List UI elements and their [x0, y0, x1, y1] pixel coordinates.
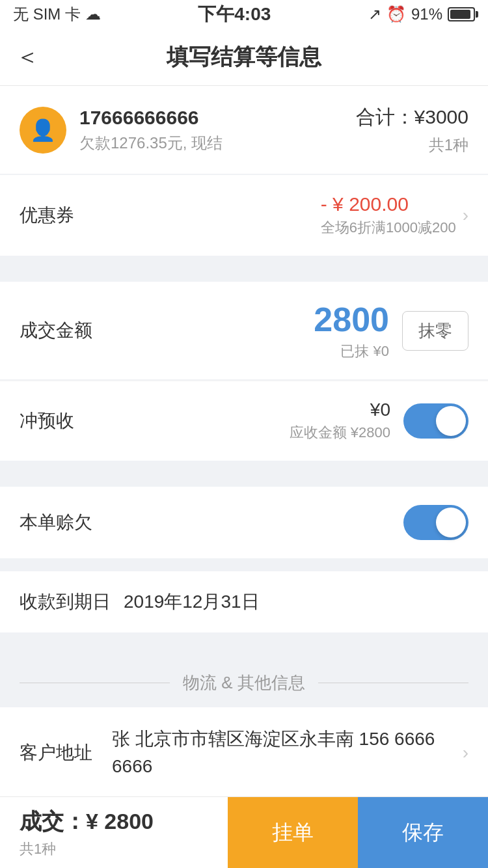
- back-button[interactable]: ＜: [16, 41, 39, 73]
- due-date-label: 收款到期日: [20, 590, 111, 614]
- divider-line-left: [20, 683, 170, 683]
- avatar: 👤: [20, 107, 66, 154]
- logistics-label: 物流 & 其他信息: [183, 671, 305, 694]
- total-amount: 合计：¥3000: [356, 104, 468, 131]
- divider-gray-3: [0, 645, 488, 658]
- divider-gray-1: [0, 269, 488, 282]
- deal-amount: ¥ 2800: [86, 809, 154, 834]
- precollect-toggle[interactable]: [403, 403, 468, 439]
- debt-section: 本单赊欠: [0, 487, 488, 558]
- transaction-amount-section: 成交金额 2800 已抹 ¥0 抹零: [0, 282, 488, 379]
- status-left: 无 SIM 卡 ☁: [13, 4, 101, 25]
- address-right: 张 北京市市辖区海淀区永丰南 156 6666 6666 ›: [112, 726, 468, 780]
- due-row: 收款到期日 2019年12月31日: [20, 590, 468, 614]
- nav-bar: ＜ 填写结算等信息: [0, 29, 488, 86]
- avatar-icon: 👤: [30, 118, 56, 142]
- bottom-bar: 成交：¥ 2800 共1种 挂单 保存: [0, 796, 488, 868]
- bottom-buttons: 挂单 保存: [228, 797, 488, 868]
- address-chevron-icon: ›: [463, 742, 468, 763]
- transaction-value: 2800: [314, 300, 389, 339]
- debt-toggle[interactable]: [403, 505, 468, 540]
- coupon-desc: 全场6折满1000减200: [321, 218, 456, 237]
- coupon-row[interactable]: 优惠券 - ¥ 200.00 全场6折满1000减200 ›: [0, 175, 488, 256]
- coupon-right: - ¥ 200.00 全场6折满1000减200 ›: [321, 193, 468, 237]
- total-count: 共1种: [356, 135, 468, 156]
- bottom-count: 共1种: [20, 839, 208, 859]
- user-info-card: 👤 17666666666 欠款1276.35元, 现结 合计：¥3000 共1…: [0, 86, 488, 174]
- precollect-label: 冲预收: [20, 409, 74, 433]
- toggle-thumb-2: [436, 508, 466, 537]
- main-content: 👤 17666666666 欠款1276.35元, 现结 合计：¥3000 共1…: [0, 86, 488, 868]
- status-right: ↗ ⏰ 91%: [368, 5, 475, 23]
- precollect-right: ¥0 应收金额 ¥2800: [290, 400, 468, 442]
- precollect-value: ¥0: [290, 400, 390, 420]
- bottom-summary: 成交：¥ 2800 共1种: [0, 807, 228, 859]
- user-left: 👤 17666666666 欠款1276.35元, 现结: [20, 107, 223, 154]
- address-label: 客户地址: [20, 740, 92, 765]
- status-time: 下午4:03: [198, 2, 271, 27]
- logistics-divider: 物流 & 其他信息: [0, 658, 488, 707]
- coupon-amount: - ¥ 200.00: [321, 193, 456, 215]
- debt-label: 本单赊欠: [20, 510, 92, 535]
- precollect-amount-col: ¥0 应收金额 ¥2800: [290, 400, 390, 442]
- battery-percent: 91%: [411, 5, 442, 23]
- coupon-label: 优惠券: [20, 203, 74, 228]
- toggle-thumb-1: [436, 406, 466, 436]
- round-button[interactable]: 抹零: [402, 311, 468, 351]
- user-phone: 17666666666: [79, 107, 223, 129]
- deal-label: 成交：: [20, 809, 86, 834]
- due-date-value: 2019年12月31日: [124, 590, 260, 614]
- address-content: 张 北京市市辖区海淀区永丰南 156 6666 6666: [112, 726, 456, 780]
- transaction-label: 成交金额: [20, 318, 92, 343]
- user-total: 合计：¥3000 共1种: [356, 104, 468, 156]
- user-debt: 欠款1276.35元, 现结: [79, 133, 223, 154]
- chevron-right-icon: ›: [463, 205, 468, 226]
- precollect-section: 冲预收 ¥0 应收金额 ¥2800: [0, 381, 488, 461]
- sim-label: 无 SIM 卡 ☁: [13, 4, 101, 25]
- address-section[interactable]: 客户地址 张 北京市市辖区海淀区永丰南 156 6666 6666 ›: [0, 707, 488, 798]
- coupon-info: - ¥ 200.00 全场6折满1000减200: [321, 193, 456, 237]
- alarm-icon: ⏰: [386, 5, 406, 23]
- divider-line-right: [318, 683, 468, 683]
- page-title: 填写结算等信息: [167, 42, 321, 72]
- location-icon: ↗: [368, 5, 381, 23]
- battery-icon: [448, 7, 475, 21]
- transaction-right: 2800 已抹 ¥0 抹零: [314, 300, 468, 361]
- divider-gray-2: [0, 474, 488, 487]
- transaction-amount-col: 2800 已抹 ¥0: [314, 300, 389, 361]
- bottom-deal-row: 成交：¥ 2800: [20, 807, 208, 837]
- hold-button[interactable]: 挂单: [228, 797, 358, 868]
- precollect-sub: 应收金额 ¥2800: [290, 423, 390, 442]
- save-button[interactable]: 保存: [358, 797, 488, 868]
- due-date-section: 收款到期日 2019年12月31日: [0, 571, 488, 632]
- status-bar: 无 SIM 卡 ☁ 下午4:03 ↗ ⏰ 91%: [0, 0, 488, 29]
- transaction-sub: 已抹 ¥0: [314, 342, 389, 361]
- user-details: 17666666666 欠款1276.35元, 现结: [79, 107, 223, 154]
